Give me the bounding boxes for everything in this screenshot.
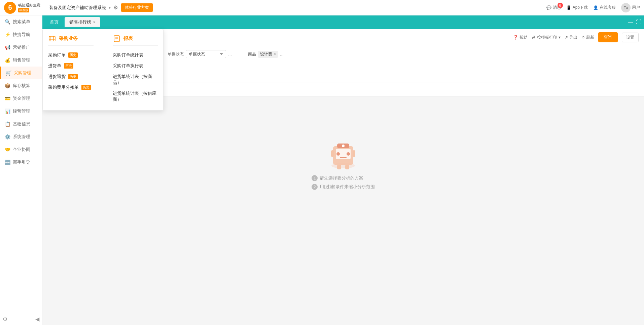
marketing-icon (5, 45, 10, 50)
user-label: 用户 (632, 5, 640, 10)
menu-item-supplier-stats[interactable]: 进货单统计表（按供应商） (113, 88, 158, 105)
system-dropdown-icon[interactable] (109, 5, 111, 10)
sidebar-item-finance[interactable]: 资金管理 (0, 92, 42, 105)
app-download-btn[interactable]: 📱 App下载 (566, 5, 588, 10)
menu-item-expense[interactable]: 采购费用分摊单 历史 (48, 82, 94, 93)
sidebar-footer: ⚙ ◀ (0, 313, 42, 325)
empty-hints: 1 请先选择要分析的方案 2 用[过滤]条件来缩小分析范围 (312, 174, 374, 191)
logo-badge: 标准版 (18, 8, 29, 13)
sidebar-item-marketing[interactable]: 营销推广 (0, 41, 42, 54)
purchase-dropdown-menu: 采购业务 采购订单 历史 进货单 历史 进货退货 历史 (42, 29, 164, 111)
print-btn[interactable]: 🖨 按模板打印 ▾ (532, 35, 561, 40)
goods-tag-text: 设计费 (260, 51, 272, 57)
svg-point-13 (342, 145, 345, 147)
tab-sales-ranking[interactable]: 销售排行榜 × (65, 17, 100, 27)
settings-btn[interactable]: 设置 (622, 33, 639, 42)
app-download-label: App下载 (573, 5, 588, 10)
sidebar-item-basic[interactable]: 基础信息 (0, 118, 42, 130)
purchase-icon (6, 70, 11, 76)
logo-icon: 6 (4, 2, 16, 14)
logo-area: 6 畅捷通好生意 标准版 (4, 2, 46, 14)
message-btn[interactable]: 💬 消息 6 (546, 5, 561, 10)
sidebar-item-purchase[interactable]: 采购管理 (0, 67, 42, 79)
incoming-label: 进货单 (48, 63, 61, 69)
top-actions: 💬 消息 6 📱 App下载 👤 在线客服 Ea 用户 (546, 3, 640, 12)
industry-btn[interactable]: 体验行业方案 (121, 3, 153, 12)
refresh-btn[interactable]: ↺ 刷新 (581, 35, 594, 40)
system-title: 装备及固定资产辅助管理系统 (49, 5, 106, 11)
goods-stats-label: 进货单统计表（按商品） (113, 74, 158, 86)
sidebar-item-operation[interactable]: 经营管理 (0, 105, 42, 118)
hint-text-1: 请先选择要分析的方案 (320, 174, 363, 182)
sidebar-label-system: 系统管理 (13, 134, 30, 140)
purchase-business-header: 采购业务 (48, 35, 94, 46)
footer-collapse-btn[interactable]: ◀ (35, 316, 39, 322)
online-service-btn[interactable]: 👤 在线客服 (593, 5, 616, 10)
sidebar-label-inventory: 库存核算 (13, 83, 30, 89)
export-btn[interactable]: ↗ 导出 (565, 35, 577, 40)
purchase-order-badge: 历史 (68, 52, 78, 58)
po-stats-label: 采购订单统计表 (113, 52, 143, 58)
sidebar-label-marketing: 营销推广 (13, 44, 30, 50)
help-btn[interactable]: ❓ 帮助 (513, 35, 528, 40)
help-label: 帮助 (520, 35, 528, 40)
print-icon: 🖨 (532, 35, 536, 40)
service-icon: 👤 (593, 5, 598, 10)
sidebar-item-guide[interactable]: 新手引导 (0, 156, 42, 169)
print-dropdown-icon: ▾ (559, 35, 561, 40)
doc-status-select[interactable]: 单据状态 (186, 50, 226, 58)
goods-dots[interactable]: ... (280, 52, 284, 57)
menu-item-goods-stats[interactable]: 进货单统计表（按商品） (113, 71, 158, 88)
purchase-report-header: 报表 (113, 35, 158, 46)
menu-item-return[interactable]: 进货退货 历史 (48, 71, 94, 82)
incoming-badge: 历史 (64, 63, 73, 69)
tab-home[interactable]: 首页 (45, 17, 63, 27)
menu-item-purchase-order[interactable]: 采购订单 历史 (48, 50, 94, 60)
content-area: 首页 销售排行榜 × — ⛶ (42, 15, 644, 325)
maximize-btn[interactable]: ⛶ (636, 19, 641, 25)
sidebar-label-basic: 基础信息 (13, 121, 30, 127)
svg-point-5 (336, 152, 340, 156)
avatar: Ea (621, 3, 631, 12)
sidebar-item-inventory[interactable]: 库存核算 (0, 79, 42, 92)
expense-badge: 历史 (81, 85, 91, 90)
return-label: 进货退货 (48, 74, 66, 80)
sidebar-label-search: 搜索菜单 (13, 19, 30, 25)
sidebar-label-nav: 快捷导航 (13, 32, 30, 38)
hint-item-1: 1 请先选择要分析的方案 (312, 174, 374, 182)
enterprise-icon (5, 147, 10, 152)
doc-status-dots[interactable]: ... (228, 52, 232, 57)
logo-text: 畅捷通好生意 标准版 (18, 3, 40, 13)
logo-name: 畅捷通好生意 (18, 3, 40, 7)
menu-item-po-exec[interactable]: 采购订单执行表 (113, 60, 158, 71)
export-label: 导出 (569, 35, 577, 40)
svg-rect-0 (49, 36, 55, 41)
sidebar-item-nav[interactable]: 快捷导航 (0, 28, 42, 41)
sidebar-label-finance: 资金管理 (13, 95, 30, 101)
settings-icon[interactable] (113, 4, 118, 11)
help-icon: ❓ (513, 35, 518, 40)
sidebar-item-search[interactable]: 搜索菜单 (0, 15, 42, 28)
business-section-title: 采购业务 (59, 36, 78, 42)
menu-item-incoming[interactable]: 进货单 历史 (48, 60, 94, 71)
goods-tag-close[interactable]: × (274, 52, 276, 56)
system-icon (5, 134, 10, 139)
tab-close-icon[interactable]: × (93, 20, 96, 25)
user-btn[interactable]: Ea 用户 (621, 3, 640, 12)
filter-goods: 商品 设计费 × ... (248, 51, 284, 58)
export-icon: ↗ (565, 35, 568, 40)
sales-icon (5, 57, 10, 63)
goods-tag: 设计费 × (258, 51, 278, 58)
minimize-btn[interactable]: — (628, 19, 633, 25)
sidebar-item-sales[interactable]: 销售管理 (0, 54, 42, 67)
query-btn[interactable]: 查询 (598, 32, 618, 42)
menu-item-po-stats[interactable]: 采购订单统计表 (113, 50, 158, 60)
window-controls: — ⛶ (628, 19, 641, 25)
message-icon: 💬 (546, 5, 551, 10)
hint-text-2: 用[过滤]条件来缩小分析范围 (320, 182, 374, 191)
footer-settings-btn[interactable]: ⚙ (3, 316, 7, 322)
po-exec-label: 采购订单执行表 (113, 63, 143, 69)
sidebar-item-system[interactable]: 系统管理 (0, 130, 42, 143)
sidebar-item-enterprise[interactable]: 企业协同 (0, 143, 42, 156)
inventory-icon (5, 83, 10, 88)
